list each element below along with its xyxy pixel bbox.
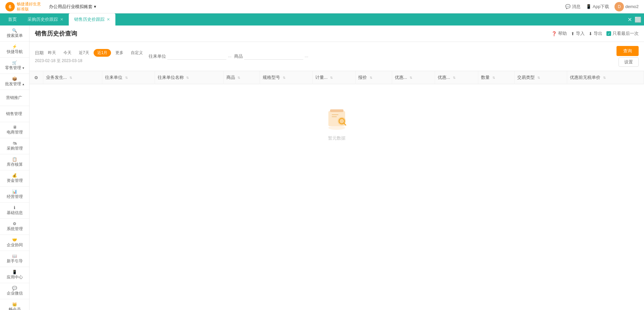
sidebar-item-sales[interactable]: 销售管理 — [0, 106, 29, 122]
th-unit-measure[interactable]: 计量... ⇅ — [312, 71, 356, 84]
help-button[interactable]: ❓ 帮助 — [551, 31, 567, 37]
unit-input[interactable] — [167, 53, 226, 60]
sort-icon-spec: ⇅ — [283, 76, 285, 80]
sidebar-item-purchase[interactable]: 🛍 采购管理 — [0, 138, 29, 154]
sort-icon-unit-measure: ⇅ — [330, 76, 333, 80]
sidebar-item-apps[interactable]: 📱 应用中心 — [0, 267, 29, 283]
retail-arrow-icon: ▾ — [22, 66, 24, 70]
tab-close-all-button[interactable]: ✕ — [628, 16, 632, 23]
view-only-toggle[interactable]: ✓ 只看最后一次 — [606, 31, 639, 37]
svg-rect-6 — [332, 114, 338, 115]
page-title-row: 销售历史价查询 ❓ 帮助 ⬆ 导入 ⬇ 导出 ✓ — [35, 30, 639, 38]
sidebar-item-basicinfo[interactable]: ℹ 基础信息 — [0, 203, 29, 219]
unit-picker-button[interactable]: ··· — [228, 54, 231, 59]
export-button[interactable]: ⬇ 导出 — [589, 31, 602, 37]
sort-icon-unit-code: ⇅ — [125, 76, 128, 80]
product-picker-button[interactable]: ··· — [305, 54, 308, 59]
wechat-icon: 💬 — [12, 286, 17, 291]
chevron-down-icon: ▾ — [94, 4, 96, 9]
date-label: 日期 — [35, 50, 44, 56]
import-icon: ⬆ — [571, 31, 575, 36]
sidebar-item-guide[interactable]: 📖 新手引导 — [0, 251, 29, 267]
sidebar-item-ecommerce[interactable]: 🖥 电商管理 — [0, 122, 29, 138]
checkbox-icon: ✓ — [606, 31, 611, 36]
header-right: 💬 消息 📱 App下载 D demo2 — [565, 2, 639, 11]
date-btn-yesterday[interactable]: 昨天 — [45, 49, 59, 57]
empty-icon — [323, 104, 350, 131]
tab-home[interactable]: 首页 — [3, 13, 22, 25]
sidebar-item-collab[interactable]: 🤝 企业协同 — [0, 235, 29, 251]
app-download-button[interactable]: 📱 App下载 — [586, 4, 609, 10]
sidebar-item-nav[interactable]: ⚡ 快捷导航 — [0, 42, 29, 58]
unit-label: 往来单位 — [149, 53, 166, 59]
date-filter-group: 日期 昨天 今天 近7天 近1月 更多 自定义 2023-02-18 至 202… — [35, 49, 146, 64]
th-trade-type[interactable]: 交易类型 ⇅ — [515, 71, 567, 84]
logo-text: 畅捷通好生意 标准版 — [17, 2, 41, 11]
query-button[interactable]: 查询 — [616, 46, 639, 56]
th-settings[interactable]: ⚙ — [30, 71, 43, 84]
gear-icon[interactable]: ⚙ — [34, 75, 38, 80]
sidebar-item-search[interactable]: 🔍 搜索菜单 — [0, 25, 29, 42]
date-filter-top: 日期 昨天 今天 近7天 近1月 更多 自定义 — [35, 49, 146, 57]
sidebar-item-finance[interactable]: 💰 资金管理 — [0, 170, 29, 187]
sort-icon-discount2: ⇅ — [453, 76, 455, 80]
wholesale-icon: 📦 — [12, 76, 17, 81]
th-discount2[interactable]: 优惠... ⇅ — [435, 71, 478, 84]
date-btn-more[interactable]: 更多 — [112, 49, 126, 57]
info-icon: ℹ — [14, 205, 15, 210]
apps-icon: 📱 — [12, 270, 17, 274]
sort-icon-product: ⇅ — [237, 76, 240, 80]
tab-maximize-button[interactable]: ⬜ — [635, 16, 641, 23]
filter-row: 日期 昨天 今天 近7天 近1月 更多 自定义 2023-02-18 至 202… — [35, 49, 611, 64]
date-btn-1month[interactable]: 近1月 — [94, 49, 111, 57]
sidebar-item-retail[interactable]: 🛒 零售管理 ▾ — [0, 58, 29, 74]
unit-filter: 往来单位 ··· — [149, 53, 231, 60]
sidebar-item-wechat[interactable]: 💬 企业微信 — [0, 283, 29, 299]
tab-purchase-history[interactable]: 采购历史价跟踪 ✕ — [22, 13, 69, 25]
sort-icon-discount1: ⇅ — [410, 76, 412, 80]
search-icon: 🔍 — [12, 28, 17, 33]
th-unit-name[interactable]: 往来单位名称 ⇅ — [155, 71, 223, 84]
th-qty[interactable]: 数量 ⇅ — [478, 71, 515, 84]
inventory-icon: 📋 — [12, 157, 17, 162]
sidebar-item-marketing[interactable]: 营销推广 — [0, 90, 29, 106]
sort-icon-quote: ⇅ — [370, 76, 372, 80]
main-layout: 🔍 搜索菜单 ⚡ 快捷导航 🛒 零售管理 ▾ 📦 批发管理 ▴ 营销推广 销售管… — [0, 25, 644, 310]
avatar: D — [614, 2, 624, 11]
date-btn-today[interactable]: 今天 — [60, 49, 74, 57]
date-shortcuts: 昨天 今天 近7天 近1月 更多 自定义 — [45, 49, 146, 57]
th-unit-code[interactable]: 往来单位 ⇅ — [102, 71, 155, 84]
sidebar-item-inventory[interactable]: 📋 库存核算 — [0, 154, 29, 170]
ecommerce-icon: 🖥 — [13, 125, 17, 130]
sidebar-item-system[interactable]: ⚙ 系统管理 — [0, 219, 29, 235]
svg-rect-7 — [332, 116, 337, 117]
svg-rect-2 — [330, 109, 343, 112]
date-btn-7days[interactable]: 近7天 — [76, 49, 92, 57]
sidebar-item-wholesale[interactable]: 📦 批发管理 ▴ — [0, 74, 29, 90]
th-biz-date[interactable]: 业务发生... ⇅ — [43, 71, 102, 84]
user-avatar[interactable]: D demo2 — [614, 2, 639, 11]
tab-close-purchase[interactable]: ✕ — [60, 17, 63, 22]
logo-area: 6 畅捷通好生意 标准版 — [5, 2, 41, 11]
th-pretax-price[interactable]: 优惠前无税单价 ⇅ — [567, 71, 644, 84]
th-quote[interactable]: 报价 ⇅ — [356, 71, 392, 84]
tab-close-sales[interactable]: ✕ — [107, 17, 110, 22]
th-spec[interactable]: 规格型号 ⇅ — [260, 71, 313, 84]
workspace-selector[interactable]: 办公用品行业模拟账套 ▾ — [49, 4, 96, 10]
product-input[interactable] — [244, 53, 303, 60]
th-product[interactable]: 商品 ⇅ — [223, 71, 260, 84]
product-label: 商品 — [234, 53, 243, 59]
product-filter: 商品 ··· — [234, 53, 308, 60]
sidebar-item-operation[interactable]: 📊 经营管理 — [0, 187, 29, 203]
import-button[interactable]: ⬆ 导入 — [571, 31, 585, 37]
sidebar: 🔍 搜索菜单 ⚡ 快捷导航 🛒 零售管理 ▾ 📦 批发管理 ▴ 营销推广 销售管… — [0, 25, 30, 310]
message-button[interactable]: 💬 消息 — [565, 4, 581, 10]
member-icon: 👑 — [12, 302, 17, 307]
sidebar-item-member[interactable]: 👑 畅会员 — [0, 299, 29, 310]
date-btn-custom[interactable]: 自定义 — [128, 49, 146, 57]
data-table: ⚙ 业务发生... ⇅ 往来单位 ⇅ 往来单位名称 ⇅ — [30, 71, 644, 84]
th-discount1[interactable]: 优惠... ⇅ — [392, 71, 435, 84]
guide-icon: 📖 — [12, 254, 17, 258]
settings-button[interactable]: 设置 — [619, 57, 639, 67]
tab-sales-history[interactable]: 销售历史价跟踪 ✕ — [69, 13, 115, 25]
